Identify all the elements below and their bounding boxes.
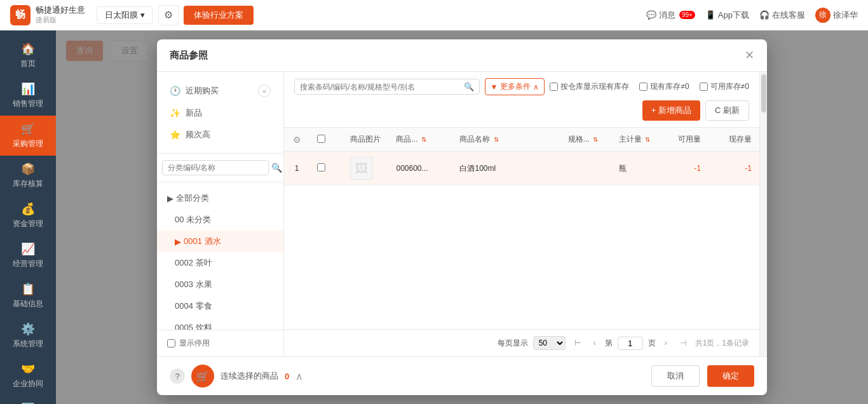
table-body: 1 🖼: [284, 152, 759, 185]
checkbox-warehouse-input[interactable]: [550, 83, 558, 91]
logo-icon: 畅: [10, 5, 31, 25]
checkbox-stock-input[interactable]: [639, 83, 648, 91]
sidebar-item-finance[interactable]: 💰 资金管理: [0, 196, 56, 236]
sidebar-item-enterprise[interactable]: 🤝 企业协同: [0, 356, 56, 396]
cat-0001-arrow: ▶: [175, 237, 181, 246]
th-spec[interactable]: 规格... ⇅: [560, 128, 611, 152]
checkbox-warehouse[interactable]: 按仓库显示现有库存: [550, 81, 629, 92]
new-product-tab[interactable]: ✨ 新品: [162, 102, 278, 124]
sidebar: 🏠 首页 📊 销售管理 🛒 采购管理 📦 库存核算 💰 资金管理 📈 经营管理 …: [0, 30, 56, 404]
category-0002[interactable]: 0002 茶叶: [157, 252, 283, 274]
toolbar: 🔍 ▼ 更多条件 ∧ 按仓库显示现有库存: [284, 72, 759, 128]
product-image-placeholder: 🖼: [350, 157, 373, 180]
table-header: ⚙ 商品图片: [284, 128, 759, 152]
main-content: 查询 设置 刷新 商品参照 ✕ 🕐: [56, 30, 868, 404]
show-disabled-area: 显示停用: [157, 330, 283, 356]
checkbox-avail-input[interactable]: [700, 83, 708, 91]
category-0003[interactable]: 0003 水果: [157, 274, 283, 295]
th-settings: ⚙: [284, 128, 309, 152]
frequent-tab[interactable]: ⭐ 频次高: [162, 124, 278, 145]
category-0001[interactable]: ▶ 0001 酒水: [157, 231, 283, 252]
message-badge: 99+: [679, 11, 695, 19]
nav-user-btn[interactable]: 徐 徐泽华: [815, 8, 858, 23]
category-search-input[interactable]: [162, 160, 269, 175]
confirm-btn[interactable]: 确定: [707, 365, 754, 387]
th-code[interactable]: 商品... ⇅: [388, 128, 452, 152]
sidebar-item-basic[interactable]: 📋 基础信息: [0, 276, 56, 316]
collapse-btn[interactable]: «: [258, 84, 271, 97]
row-checkbox[interactable]: [317, 163, 325, 172]
product-search-input[interactable]: [300, 83, 461, 91]
recent-purchase-tab[interactable]: 🕐 近期购买 «: [162, 79, 278, 102]
page-input[interactable]: [618, 337, 643, 350]
page-info: 共1页，1条记录: [695, 338, 749, 349]
add-product-btn[interactable]: + 新增商品: [642, 100, 700, 121]
category-all[interactable]: ▶ 全部分类: [157, 187, 283, 209]
sidebar-item-operation[interactable]: 📈 经营管理: [0, 236, 56, 276]
next-page-btn[interactable]: ›: [661, 337, 671, 349]
row-available: -1: [658, 152, 709, 185]
sidebar-item-inventory[interactable]: 📦 库存核算: [0, 156, 56, 196]
main-layout: 🏠 首页 📊 销售管理 🛒 采购管理 📦 库存核算 💰 资金管理 📈 经营管理 …: [0, 30, 868, 404]
category-0005[interactable]: 0005 饮料: [157, 317, 283, 330]
nav-branch-dropdown[interactable]: 日太阳膜 ▾: [97, 6, 153, 24]
help-icon-btn[interactable]: ?: [170, 368, 185, 384]
new-icon: ✨: [170, 108, 180, 118]
select-all-checkbox[interactable]: [317, 135, 325, 143]
modal-scrollbar[interactable]: [759, 72, 767, 356]
nav-message-btn[interactable]: 💬 消息 99+: [646, 10, 695, 21]
basic-icon: 📋: [21, 282, 35, 296]
th-name[interactable]: 商品名称 ⇅: [452, 128, 560, 152]
category-0004[interactable]: 0004 零食: [157, 295, 283, 317]
category-search-icon[interactable]: 🔍: [271, 163, 282, 173]
scroll-thumb[interactable]: [761, 74, 766, 112]
table-header-row: ⚙ 商品图片: [284, 128, 759, 152]
table-row[interactable]: 1 🖼: [284, 152, 759, 185]
prev-page-btn[interactable]: ‹: [590, 337, 600, 349]
row-name: 白酒100ml: [452, 152, 560, 185]
sidebar-item-guide[interactable]: 🆕 新手引导: [0, 396, 56, 404]
th-available: 可用量: [658, 128, 709, 152]
product-table: ⚙ 商品图片: [284, 128, 759, 185]
filter-btn[interactable]: ▼ 更多条件 ∧: [485, 78, 545, 95]
refresh-btn[interactable]: C 刷新: [705, 100, 749, 121]
table-settings-icon[interactable]: ⚙: [293, 135, 301, 145]
filter-icon: ▼: [491, 83, 498, 91]
show-disabled-label[interactable]: 显示停用: [179, 338, 210, 349]
operation-icon: 📈: [21, 242, 35, 256]
category-list: ▶ 全部分类 00 未分类 ▶ 0001 酒水 0002 茶: [157, 182, 283, 330]
nav-support-btn[interactable]: 🎧 在线客服: [759, 10, 805, 21]
checkbox-avail-nonzero[interactable]: 可用库存≠0: [700, 81, 749, 92]
page-suffix: 页: [648, 338, 656, 349]
toolbar-right: + 新增商品 C 刷新: [642, 100, 749, 121]
cancel-btn[interactable]: 取消: [651, 365, 700, 387]
first-page-btn[interactable]: ⊢: [571, 337, 585, 349]
sidebar-item-system[interactable]: ⚙️ 系统管理: [0, 316, 56, 356]
modal-close-btn[interactable]: ✕: [745, 48, 754, 62]
product-search-bar: 🔍: [294, 79, 480, 95]
per-page-select[interactable]: 50 10 20 100: [533, 336, 566, 350]
last-page-btn[interactable]: ⊣: [676, 337, 690, 349]
nav-right: 💬 消息 99+ 📱 App下载 🎧 在线客服 徐 徐泽华: [646, 8, 858, 23]
trial-btn[interactable]: 体验行业方案: [184, 6, 254, 25]
product-table-container: ⚙ 商品图片: [284, 128, 759, 329]
sidebar-item-sales[interactable]: 📊 销售管理: [0, 76, 56, 116]
product-search-icon[interactable]: 🔍: [464, 82, 474, 91]
expand-icon[interactable]: ∧: [295, 370, 303, 382]
nav-app-btn[interactable]: 📱 App下载: [705, 10, 749, 21]
th-unit[interactable]: 主计量 ⇅: [611, 128, 658, 152]
category-00[interactable]: 00 未分类: [157, 209, 283, 231]
logo-area: 畅 畅捷通好生意 捷易版: [10, 5, 86, 25]
row-image-cell: 🖼: [342, 152, 388, 185]
selected-label: 连续选择的商品: [220, 370, 278, 382]
home-icon: 🏠: [21, 42, 35, 56]
show-disabled-checkbox[interactable]: [167, 339, 175, 347]
cart-icon-btn[interactable]: 🛒: [191, 365, 214, 387]
modal-left-panel: 🕐 近期购买 « ✨ 新品 ⭐ 频次高: [157, 72, 284, 356]
sidebar-item-home[interactable]: 🏠 首页: [0, 36, 56, 76]
sidebar-item-purchase[interactable]: 🛒 采购管理: [0, 116, 56, 156]
nav-gear-btn[interactable]: ⚙: [158, 5, 179, 25]
sales-icon: 📊: [21, 82, 35, 96]
checkbox-stock-nonzero[interactable]: 现有库存≠0: [639, 81, 689, 92]
frequent-icon: ⭐: [170, 130, 180, 140]
